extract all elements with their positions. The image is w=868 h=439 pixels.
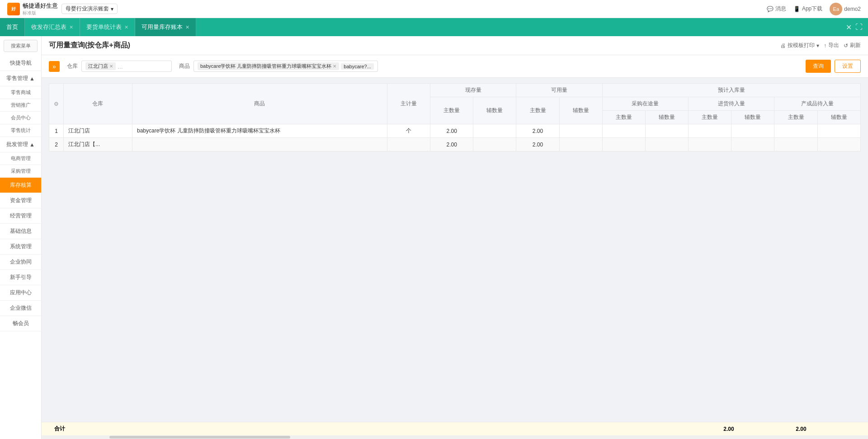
- chevron-icon2: ▲: [29, 142, 35, 148]
- row2-avail-main: 2.00: [516, 138, 559, 151]
- content-area: 可用量查询(按仓库+商品) 🖨 按模板打印 ▾ ↑ 导出 ↺ 刷新: [42, 36, 868, 439]
- main-layout: 搜索菜单 快捷导航 零售管理 ▲ 零售商城 营销推广 会员中心 零售统计 批发管…: [0, 36, 868, 439]
- print-btn[interactable]: 🖨 按模板打印 ▾: [780, 42, 819, 49]
- row1-incoming-aux: [731, 124, 774, 138]
- data-table: ⚙ 仓库 商品 主计量 现存量 可用量 预计入库量 主数量 辅数量 主数量 辅数…: [49, 83, 861, 151]
- filter-warehouse-more: ...: [118, 63, 123, 70]
- row2-purchase-aux: [645, 138, 688, 151]
- user-name: demo2: [844, 6, 861, 12]
- close-window-icon[interactable]: ✕: [846, 23, 852, 32]
- app-download-btn[interactable]: 📱 App下载: [793, 5, 822, 13]
- row1-unit: 个: [387, 124, 430, 138]
- filter-warehouse-input[interactable]: 江北门店 ✕ ...: [81, 61, 172, 72]
- row1-purchase-main: [602, 124, 645, 138]
- tab-order[interactable]: 要货单统计表 ✕: [80, 18, 135, 36]
- table-row: 1 江北门店 babycare学饮杯 儿童防摔防撞吸管杯重力球吸嘴杯宝宝水杯 个…: [49, 124, 861, 138]
- industry-selector[interactable]: 母婴行业演示账套 ▾: [61, 4, 118, 14]
- tab-order-close[interactable]: ✕: [124, 24, 128, 30]
- filter-goods-tag-1-close[interactable]: ✕: [333, 64, 336, 69]
- filter-toggle-btn[interactable]: »: [49, 61, 60, 72]
- filter-warehouse-tag-close[interactable]: ✕: [109, 64, 113, 69]
- col-production-aux-header: 辅数量: [817, 111, 860, 124]
- filter-goods-tag-1: babycare学饮杯 儿童防摔防撞吸管杯重力球吸嘴杯宝宝水杯 ✕: [198, 62, 339, 70]
- sidebar-item-member[interactable]: 会员中心: [0, 112, 41, 124]
- maximize-icon[interactable]: ⛶: [855, 23, 863, 31]
- filter-warehouse-label: 仓库: [67, 62, 78, 70]
- message-btn[interactable]: 💬 消息: [767, 5, 786, 13]
- sidebar-item-zero-mall[interactable]: 零售商城: [0, 86, 41, 99]
- filter-goods-label: 商品: [179, 62, 190, 70]
- tab-receive[interactable]: 收发存汇总表 ✕: [25, 18, 80, 36]
- double-chevron-icon: »: [52, 63, 56, 70]
- sidebar-item-ecommerce[interactable]: 电商管理: [0, 152, 41, 165]
- message-icon: 💬: [767, 6, 774, 12]
- sidebar-item-system[interactable]: 系统管理: [0, 239, 41, 255]
- row1-avail-main: 2.00: [516, 124, 559, 138]
- phone-icon: 📱: [793, 6, 800, 12]
- sidebar-item-operations[interactable]: 经营管理: [0, 208, 41, 224]
- col-production-main-header: 主数量: [774, 111, 817, 124]
- sidebar-item-quick-nav[interactable]: 快捷导航: [0, 56, 41, 71]
- row1-goods: babycare学饮杯 儿童防摔防撞吸管杯重力球吸嘴杯宝宝水杯: [132, 124, 387, 138]
- table-row: 2 江北门店【... 2.00 2.00: [49, 138, 861, 151]
- col-avail-group-header: 可用量: [516, 84, 602, 97]
- row2-avail-aux: [559, 138, 602, 151]
- page-title: 可用量查询(按仓库+商品): [49, 41, 130, 50]
- refresh-btn[interactable]: ↺ 刷新: [844, 42, 861, 49]
- col-avail-main-header: 主数量: [516, 97, 559, 124]
- filter-bar: » 仓库 江北门店 ✕ ... 商品 babycare学饮杯 儿童防摔防撞吸管杯…: [42, 55, 868, 78]
- sidebar-item-enterprise-wechat[interactable]: 企业微信: [0, 301, 41, 316]
- filter-goods-input[interactable]: babycare学饮杯 儿童防摔防撞吸管杯重力球吸嘴杯宝宝水杯 ✕ babyca…: [193, 61, 378, 72]
- top-bar: 好 畅捷通好生意 标准版 母婴行业演示账套 ▾ 💬 消息 📱 App下载 Ea …: [0, 0, 868, 18]
- col-goods-header: 商品: [132, 84, 387, 124]
- tab-receive-close[interactable]: ✕: [69, 24, 73, 30]
- chevron-down-icon: ▾: [111, 6, 113, 12]
- row1-production-aux: [817, 124, 860, 138]
- user-menu[interactable]: Ea demo2: [830, 3, 861, 15]
- row2-stock-aux: [473, 138, 516, 151]
- page-header: 可用量查询(按仓库+商品) 🖨 按模板打印 ▾ ↑ 导出 ↺ 刷新: [42, 36, 868, 55]
- sidebar-item-member2[interactable]: 畅会员: [0, 316, 41, 331]
- sidebar-item-app-center[interactable]: 应用中心: [0, 285, 41, 301]
- export-btn[interactable]: ↑ 导出: [824, 42, 839, 49]
- sidebar-item-basic-info[interactable]: 基础信息: [0, 224, 41, 239]
- row1-production-main: [774, 124, 817, 138]
- tab-inventory[interactable]: 可用量库存账本 ✕: [135, 18, 196, 36]
- refresh-icon: ↺: [844, 42, 848, 49]
- row2-index: 2: [49, 138, 64, 151]
- col-warehouse-header: 仓库: [64, 84, 132, 124]
- sidebar-item-enterprise[interactable]: 企业协同: [0, 255, 41, 270]
- sidebar-search-area: 搜索菜单: [0, 36, 41, 56]
- col-incoming-aux-header: 辅数量: [731, 111, 774, 124]
- filter-goods-group: 商品 babycare学饮杯 儿童防摔防撞吸管杯重力球吸嘴杯宝宝水杯 ✕ bab…: [179, 61, 378, 72]
- filter-warehouse-group: 仓库 江北门店 ✕ ...: [67, 61, 172, 72]
- sidebar-item-inventory-mgmt[interactable]: 库存核算: [0, 178, 41, 193]
- scroll-bar-area: [42, 435, 868, 439]
- tab-home[interactable]: 首页: [0, 18, 25, 36]
- settings-btn[interactable]: 设置: [835, 60, 861, 73]
- sidebar-item-zero-sales[interactable]: 零售管理 ▲: [0, 71, 41, 86]
- scroll-bar-thumb[interactable]: [109, 436, 290, 439]
- sidebar-search-btn[interactable]: 搜索菜单: [4, 40, 38, 52]
- footer-avail-main: 2.00: [783, 426, 819, 432]
- sidebar-item-finance[interactable]: 资金管理: [0, 193, 41, 208]
- col-stock-aux-header: 辅数量: [473, 97, 516, 124]
- row2-unit: [387, 138, 430, 151]
- sidebar-item-wholesale[interactable]: 批发管理 ▲: [0, 137, 41, 152]
- col-stock-group-header: 现存量: [430, 84, 516, 97]
- logo-icon: 好: [7, 3, 20, 15]
- query-btn[interactable]: 查询: [806, 60, 831, 73]
- sidebar-item-marketing[interactable]: 营销推广: [0, 99, 41, 112]
- row1-stock-main: 2.00: [430, 124, 473, 138]
- row1-incoming-main: [689, 124, 731, 138]
- sidebar-item-zero-stats[interactable]: 零售统计: [0, 124, 41, 137]
- tab-inventory-close[interactable]: ✕: [185, 24, 189, 30]
- footer-stock-main: 2.00: [711, 426, 747, 432]
- gear-icon[interactable]: ⚙: [54, 101, 59, 107]
- col-purchase-main-header: 主数量: [602, 111, 645, 124]
- sidebar-item-new-guide[interactable]: 新手引导: [0, 270, 41, 285]
- nav-tabs-bar: 首页 收发存汇总表 ✕ 要货单统计表 ✕ 可用量库存账本 ✕ ✕ ⛶: [0, 18, 868, 36]
- sidebar: 搜索菜单 快捷导航 零售管理 ▲ 零售商城 营销推广 会员中心 零售统计 批发管…: [0, 36, 42, 439]
- sidebar-item-purchase[interactable]: 采购管理: [0, 165, 41, 178]
- row1-stock-aux: [473, 124, 516, 138]
